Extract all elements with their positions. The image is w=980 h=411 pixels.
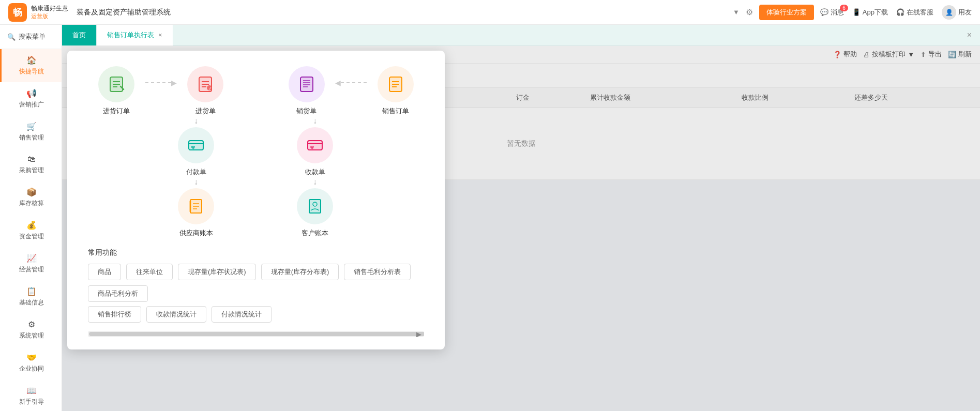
sidebar-item-enterprise[interactable]: 🤝 企业协同 — [0, 346, 62, 379]
down-arrow-2: ↓ — [281, 117, 349, 125]
guide-icon: 📖 — [26, 386, 37, 395]
logo-text: 畅康通好生意 运营版 — [31, 5, 68, 20]
dropdown-icon[interactable]: ▼ — [733, 8, 740, 16]
common-btn-sales-gross[interactable]: 销售毛利分析表 — [344, 264, 411, 280]
popup-scrollbar[interactable]: ▶ — [88, 331, 424, 337]
common-btn-stock-status[interactable]: 现存量(库存状况表) — [178, 264, 256, 280]
sales-order-doc-node[interactable]: 销售订单 — [367, 66, 424, 116]
tab-close-all-button[interactable]: × — [959, 31, 980, 40]
common-btn-payment-stats[interactable]: 付款情况统计 — [212, 306, 272, 323]
user-item[interactable]: 👤 用友 — [942, 5, 972, 20]
sidebar-item-label: 经营管理 — [19, 265, 44, 274]
sidebar-item-label: 资金管理 — [19, 232, 44, 241]
main-layout: 🔍 搜索菜单 🏠 快捷导航 📢 营销推广 🛒 销售管理 🛍 采购管理 — [0, 25, 980, 411]
user-label: 用友 — [958, 8, 972, 17]
customer-account-node[interactable]: 客户账本 — [281, 188, 349, 238]
down-arrow-4: ↓ — [281, 178, 349, 186]
purchase-receipt-label: 进货单 — [195, 106, 216, 116]
receipt-icon: ¥ — [297, 127, 333, 163]
sidebar-item-label: 新手引导 — [19, 398, 44, 406]
sidebar-item-label: 快捷导航 — [19, 67, 44, 76]
common-btn-receipt-stats[interactable]: 收款情况统计 — [146, 306, 206, 323]
search-menu-button[interactable]: 🔍 搜索菜单 — [4, 30, 57, 43]
sales-order-doc-label: 销售订单 — [382, 106, 409, 116]
logo-area: 畅 畅康通好生意 运营版 — [8, 3, 70, 22]
common-buttons-row2: 销售排行榜 收款情况统计 付款情况统计 — [88, 306, 424, 323]
sidebar-item-system[interactable]: ⚙ 系统管理 — [0, 313, 62, 346]
sidebar-search[interactable]: 🔍 搜索菜单 — [0, 25, 62, 49]
sidebar-item-finance[interactable]: 💰 资金管理 — [0, 214, 62, 247]
common-buttons-row: 商品 往来单位 现存量(库存状况表) 现存量(库存分布表) 销售毛利分析表 商品… — [88, 264, 424, 302]
arrow-down-receipt: ↓ — [281, 177, 349, 188]
purchase-receipt-node[interactable]: ✓ 进货单 — [177, 66, 234, 116]
top-bar: 畅 畅康通好生意 运营版 装备及固定资产辅助管理系统 ▼ ⚙ 体验行业方案 💬 … — [0, 0, 980, 25]
online-service-label: 在线客服 — [907, 8, 933, 17]
sales-order-node[interactable]: 销货单 — [278, 66, 336, 116]
basic-icon: 📋 — [26, 286, 37, 296]
common-btn-stock-dist[interactable]: 现存量(库存分布表) — [261, 264, 339, 280]
tab-close-icon[interactable]: × — [158, 31, 162, 39]
common-btn-goods-gross[interactable]: 商品毛利分析 — [88, 285, 148, 302]
online-service-icon: 🎧 — [896, 8, 904, 16]
purchase-order-node[interactable]: 进货订单 — [88, 66, 145, 116]
supplier-account-node[interactable]: 供应商账本 — [162, 188, 230, 238]
sidebar-item-purchase[interactable]: 🛍 采购管理 — [0, 148, 62, 181]
sidebar-item-label: 企业协同 — [19, 364, 44, 373]
receipt-node[interactable]: ¥ 收款单 — [281, 127, 349, 177]
payment-label: 付款单 — [186, 168, 206, 177]
popup-scrollbar-thumb[interactable] — [89, 332, 424, 336]
sidebar: 🔍 搜索菜单 🏠 快捷导航 📢 营销推广 🛒 销售管理 🛍 采购管理 — [0, 25, 62, 411]
sidebar-item-quick-nav[interactable]: 🏠 快捷导航 — [0, 49, 62, 82]
common-btn-sales-rank[interactable]: 销售排行榜 — [88, 306, 141, 323]
logo-icon: 畅 — [8, 3, 27, 22]
flow-bottom-row: 供应商账本 客户账本 — [88, 188, 424, 238]
app-download-icon: 📱 — [852, 8, 861, 16]
svg-rect-38 — [189, 201, 191, 212]
sales-order-doc-icon — [378, 66, 414, 102]
online-service-item[interactable]: 🎧 在线客服 — [896, 8, 933, 17]
experience-button[interactable]: 体验行业方案 — [759, 5, 814, 20]
arrow-down-sales: ↓ — [281, 116, 349, 127]
enterprise-icon: 🤝 — [26, 353, 37, 362]
sidebar-item-guide[interactable]: 📖 新手引导 — [0, 379, 62, 411]
sales-icon: 🛒 — [26, 121, 37, 131]
arrow-down-payment: ↓ — [162, 177, 230, 188]
sales-order-label: 销货单 — [296, 106, 316, 116]
sidebar-item-inventory[interactable]: 📦 库存核算 — [0, 181, 62, 214]
common-functions-title: 常用功能 — [88, 248, 424, 257]
sidebar-item-marketing[interactable]: 📢 营销推广 — [0, 82, 62, 115]
sidebar-item-label: 基础信息 — [19, 298, 44, 307]
popup: 进货订单 ▶ ✓ — [67, 51, 445, 349]
sidebar-item-sales[interactable]: 🛒 销售管理 — [0, 115, 62, 148]
common-btn-contact[interactable]: 往来单位 — [126, 264, 173, 280]
app-download-item[interactable]: 📱 App下载 — [852, 8, 888, 17]
settings-icon[interactable]: ⚙ — [746, 7, 753, 17]
message-icon-item[interactable]: 💬 消息 6 — [820, 8, 844, 17]
payment-node[interactable]: ¥ 付款单 — [162, 127, 230, 177]
customer-account-icon — [297, 188, 333, 224]
sidebar-item-label: 库存核算 — [19, 199, 44, 208]
system-icon: ⚙ — [28, 319, 35, 329]
sidebar-item-basic[interactable]: 📋 基础信息 — [0, 280, 62, 313]
tab-sales-exec[interactable]: 销售订单执行表 × — [97, 25, 173, 45]
sidebar-item-label: 采购管理 — [19, 166, 44, 175]
arrow-right-1: ▶ — [145, 79, 177, 87]
sidebar-item-label: 系统管理 — [19, 331, 44, 340]
svg-rect-23 — [189, 141, 203, 150]
app-download-label: App下载 — [863, 8, 888, 17]
sidebar-item-operation[interactable]: 📈 经营管理 — [0, 247, 62, 280]
customer-account-label: 客户账本 — [301, 229, 328, 238]
quick-nav-icon: 🏠 — [26, 55, 37, 65]
purchase-icon: 🛍 — [27, 155, 36, 164]
flow-section: 进货订单 ▶ ✓ — [88, 66, 424, 238]
common-btn-goods[interactable]: 商品 — [88, 264, 121, 280]
purchase-order-label: 进货订单 — [103, 106, 130, 116]
receipt-label: 收款单 — [305, 168, 325, 177]
svg-rect-28 — [308, 141, 322, 150]
tab-home[interactable]: 首页 — [62, 25, 97, 45]
svg-rect-12 — [300, 77, 313, 92]
message-icon: 💬 — [820, 8, 828, 16]
popup-scroll-right-arrow[interactable]: ▶ — [414, 331, 424, 337]
sidebar-item-label: 营销推广 — [19, 100, 44, 109]
top-icons: 💬 消息 6 📱 App下载 🎧 在线客服 👤 用友 — [820, 5, 972, 20]
